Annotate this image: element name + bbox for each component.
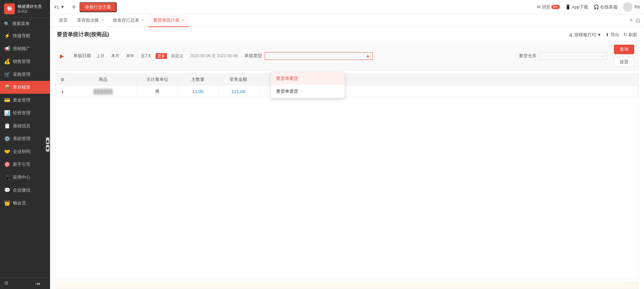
store-number: 41 <box>54 4 59 9</box>
tab-receipt-summary[interactable]: 收发存汇总表× <box>108 14 148 27</box>
type-filter-input[interactable] <box>268 53 366 59</box>
tab-order-stats[interactable]: 要货单统计表× <box>148 14 189 27</box>
tab-inventory-batch[interactable]: 库存批次账× <box>72 14 108 27</box>
print-button[interactable]: 🖨 按模板打印 ▼ <box>569 32 601 38</box>
filter-expand-icon[interactable]: ▶ <box>60 53 64 59</box>
page-title: 要货单统计表(按商品) <box>57 31 109 38</box>
cell-no-0: 1 <box>56 86 69 97</box>
refresh-icon: ↻ <box>623 32 627 37</box>
sidebar-scroll-down[interactable]: ▼ <box>46 145 49 152</box>
main-content: 41 ▼ ⚙ 体验行业方案 ✉ 消息 99+ 📱 App下载 🎧 在线客服 R <box>50 0 644 289</box>
warehouse-filter-group: 要货仓库 ··· <box>519 52 607 60</box>
export-button[interactable]: ⬆ 导出 <box>605 32 619 38</box>
last-7-days-btn[interactable]: 近7天 <box>138 52 154 60</box>
sidebar-item-icon-inventory: 📦 <box>4 84 10 90</box>
user-menu[interactable]: Rit <box>623 2 640 12</box>
sidebar-item-label-quick-nav: 快捷导航 <box>13 33 30 39</box>
sidebar-item-label-wechat: 企业微信 <box>13 187 30 193</box>
query-button[interactable]: 查询 <box>614 45 634 54</box>
logo-text: 畅捷通好生意 标准版 <box>18 4 42 14</box>
sidebar-item-icon-enterprise: 🤝 <box>4 149 10 155</box>
sidebar-item-basic-info[interactable]: 📋 基础信息 <box>0 119 50 132</box>
tab-close-inventory-batch[interactable]: × <box>101 18 103 23</box>
print-icon: 🖨 <box>569 32 573 37</box>
tabs-actions: × ⊡ <box>630 17 640 24</box>
sidebar-item-label-finance: 资金管理 <box>13 97 30 103</box>
warehouse-filter-input-wrapper: ··· <box>539 52 607 60</box>
topbar-gear-icon[interactable]: ⚙ <box>72 4 76 9</box>
collapse-icon[interactable]: ⏮ <box>35 281 41 286</box>
warehouse-filter-input[interactable] <box>542 53 599 59</box>
table-row: 1 ██████ 块 11.00 121.00 <box>56 86 638 97</box>
sidebar-item-wechat[interactable]: 💬 企业微信 <box>0 184 50 197</box>
dropdown-item-order-goods[interactable]: 要货单要货 <box>271 72 344 85</box>
sidebar-item-quick-nav[interactable]: ⚡ 快捷导航 <box>0 29 50 42</box>
sidebar-item-icon-wechat: 💬 <box>4 187 10 193</box>
sidebar-item-label-marketing: 营销推广 <box>13 46 30 52</box>
filter-action-buttons: 查询 设置 <box>614 45 634 67</box>
date-buttons: 上月 本月 本年 近7天 更多 自定义 <box>94 52 186 60</box>
refresh-button[interactable]: ↻ 刷新 <box>623 32 637 38</box>
tab-label-order-stats: 要货单统计表 <box>153 17 180 23</box>
page-header: 要货单统计表(按商品) 🖨 按模板打印 ▼ ⬆ 导出 ↻ 刷新 <box>50 27 644 41</box>
sidebar-item-inventory[interactable]: 📦 库存核算 <box>0 81 50 94</box>
sidebar-item-label-guide: 新手引导 <box>13 161 30 168</box>
type-dropdown-arrow[interactable]: ▲ <box>366 53 370 58</box>
sidebar-item-system[interactable]: ⚙️ 系统管理 <box>0 132 50 145</box>
message-icon: ✉ <box>537 4 541 9</box>
tab-label-receipt-summary: 收发存汇总表 <box>113 17 139 23</box>
sidebar-item-member[interactable]: 👑 畅会员 <box>0 197 50 209</box>
message-button[interactable]: ✉ 消息 99+ <box>537 4 560 10</box>
sidebar-search[interactable]: 🔍 搜索菜单 <box>0 18 50 29</box>
tab-label-home: 首页 <box>59 17 68 23</box>
th-amount: 零售金额 <box>218 74 259 86</box>
store-selector[interactable]: 41 ▼ <box>54 4 65 9</box>
tab-close-receipt-summary[interactable]: × <box>141 18 144 23</box>
settings-icon[interactable]: ⚙ <box>4 280 8 286</box>
data-table: ⚙ 商品 主计量单位 主数量 零售金额 1 ██████ 块 11.00 121… <box>56 74 638 97</box>
avatar <box>623 2 633 12</box>
service-button[interactable]: 🎧 在线客服 <box>594 4 618 10</box>
sidebar-item-sales[interactable]: 💰 销售管理 <box>0 55 50 68</box>
settings-button[interactable]: 设置 <box>614 57 634 67</box>
service-icon: 🎧 <box>594 4 599 9</box>
tab-home[interactable]: 首页 <box>54 14 72 27</box>
this-year-btn[interactable]: 本年 <box>123 52 137 60</box>
custom-date-btn[interactable]: 自定义 <box>168 52 186 60</box>
logo-icon: 畅 <box>4 3 15 14</box>
sidebar-item-icon-system: ⚙️ <box>4 136 10 142</box>
th-settings[interactable]: ⚙ <box>56 74 69 86</box>
type-filter-label: 单据类型 <box>244 53 262 59</box>
this-month-btn[interactable]: 本月 <box>109 52 122 60</box>
close-all-tabs-button[interactable]: × <box>630 17 633 24</box>
prev-month-btn[interactable]: 上月 <box>94 52 107 60</box>
warehouse-more-btn[interactable]: ··· <box>600 53 604 59</box>
sidebar-item-enterprise[interactable]: 🤝 企业协同 <box>0 145 50 158</box>
app-download-button[interactable]: 📱 App下载 <box>565 4 588 10</box>
export-icon: ⬆ <box>605 32 609 37</box>
date-range-display: 2023-05-06 至 2023-06-06 <box>190 53 238 59</box>
topbar-right: ✉ 消息 99+ 📱 App下载 🎧 在线客服 Rit <box>537 2 640 12</box>
date-filter-group: 单据日期 上月 本月 本年 近7天 更多 自定义 2023-05-06 至 20… <box>73 52 238 60</box>
sidebar-item-label-member: 畅会员 <box>13 200 26 206</box>
sidebar-item-guide[interactable]: 🎯 新手引导 <box>0 158 50 171</box>
sidebar-item-icon-operations: 📊 <box>4 110 10 116</box>
page-header-actions: 🖨 按模板打印 ▼ ⬆ 导出 ↻ 刷新 <box>569 32 637 38</box>
sidebar-item-finance[interactable]: 💳 资金管理 <box>0 94 50 107</box>
sidebar-item-operations[interactable]: 📊 经营管理 <box>0 107 50 119</box>
sidebar-item-icon-finance: 💳 <box>4 97 10 103</box>
sidebar-item-label-inventory: 库存核算 <box>13 84 30 90</box>
trial-button[interactable]: 体验行业方案 <box>79 2 117 12</box>
cell-amount-0: 121.00 <box>218 86 259 97</box>
sidebar-item-purchase[interactable]: 🛒 采购管理 <box>0 68 50 81</box>
restore-tab-button[interactable]: ⊡ <box>636 17 640 24</box>
tab-close-order-stats[interactable]: × <box>182 18 184 23</box>
warehouse-filter-label: 要货仓库 <box>519 53 536 59</box>
sidebar-item-label-basic-info: 基础信息 <box>13 123 30 129</box>
sidebar-item-marketing[interactable]: 📢 营销推广 <box>0 42 50 55</box>
sidebar-item-app-center[interactable]: 📱 应用中心 <box>0 171 50 184</box>
sidebar-item-icon-sales: 💰 <box>4 59 10 65</box>
more-dates-btn[interactable]: 更多 <box>156 53 167 59</box>
dropdown-item-order-return[interactable]: 要货单退货 <box>271 85 344 98</box>
sidebar-scroll-up[interactable]: ▲ <box>46 137 49 144</box>
